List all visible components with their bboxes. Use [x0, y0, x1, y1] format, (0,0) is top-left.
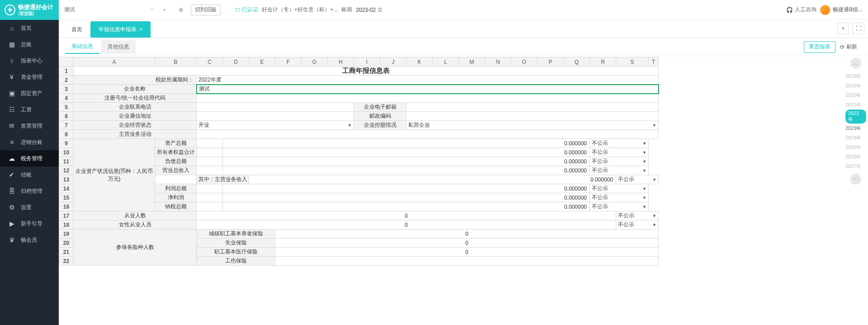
col-M[interactable]: M [459, 57, 485, 67]
row-13[interactable]: 13 [59, 175, 74, 184]
year-2018年[interactable]: 2018年 [845, 72, 866, 81]
row-9[interactable]: 9 [59, 139, 74, 148]
user-menu[interactable]: 畅捷通B组... [820, 5, 863, 15]
year-up-button[interactable]: ︿ [850, 58, 861, 69]
col-O[interactable]: O [511, 57, 538, 67]
year-2027年[interactable]: 2027年 [845, 162, 866, 171]
col-D[interactable]: D [223, 57, 249, 67]
row-5[interactable]: 5 [59, 103, 74, 112]
row-10[interactable]: 10 [59, 148, 74, 157]
select-all-cell[interactable] [59, 57, 74, 67]
col-I[interactable]: I [354, 57, 380, 67]
fullscreen-button[interactable]: ⛶ [853, 23, 864, 34]
col-R[interactable]: R [590, 57, 616, 67]
refresh-button[interactable]: ⟳刷新 [835, 41, 862, 53]
year-2021年[interactable]: 2021年 [845, 100, 866, 110]
row-4[interactable]: 4 [59, 94, 74, 103]
tab-home[interactable]: 首页 [63, 21, 90, 38]
year-2025年[interactable]: 2025年 [845, 143, 866, 152]
nav-畅会员[interactable]: ♛畅会员 [0, 232, 59, 248]
row-11[interactable]: 11 [59, 157, 74, 166]
row-12[interactable]: 12 [59, 166, 74, 175]
row-3[interactable]: 3 [59, 85, 74, 94]
switch-old-button[interactable]: 切到旧版 [191, 5, 221, 15]
row-22[interactable]: 22 [59, 257, 74, 266]
col-J[interactable]: J [380, 57, 406, 67]
cell-company-name[interactable]: 测试 [197, 85, 659, 94]
year-2023年[interactable]: 2023年 [845, 124, 866, 133]
row-14[interactable]: 14 [59, 184, 74, 193]
year-2024年[interactable]: 2024年 [845, 133, 866, 143]
dropdown-cell[interactable]: 不公示▼ [590, 185, 648, 192]
col-B[interactable]: B [155, 57, 197, 67]
dropdown-cell[interactable]: 不公示▼ [616, 212, 658, 220]
close-all-tabs-button[interactable]: × [837, 23, 849, 34]
reset-report-button[interactable]: 重置报表 [804, 41, 835, 53]
org-settings-button[interactable]: ⚙ [175, 4, 187, 16]
nav-设置[interactable]: ⚙设置 [0, 199, 59, 215]
dropdown-cell[interactable]: 不公示▼ [590, 148, 648, 156]
col-E[interactable]: E [249, 57, 275, 67]
col-S[interactable]: S [616, 57, 649, 67]
year-2019年[interactable]: 2019年 [845, 81, 866, 91]
subtab-basic[interactable]: 基础信息 [65, 40, 99, 54]
col-P[interactable]: P [538, 57, 564, 67]
support-link[interactable]: 🎧 人工咨询 [786, 6, 816, 14]
nav-发票管理[interactable]: ✉发票管理 [0, 118, 59, 134]
tab-annual-report[interactable]: 年报信息申报表 × [90, 21, 151, 38]
row-6[interactable]: 6 [59, 112, 74, 121]
nav-归档管理[interactable]: 🗄归档管理 [0, 183, 59, 199]
row-18[interactable]: 18 [59, 220, 74, 229]
year-2022年[interactable]: 2022年 [845, 110, 866, 124]
col-N[interactable]: N [485, 57, 511, 67]
nav-报表中心[interactable]: ⎀报表中心 [0, 53, 59, 69]
dropdown-cell[interactable]: 私营企业▼ [406, 121, 658, 129]
add-org-button[interactable]: ＋ [158, 4, 171, 16]
row-16[interactable]: 16 [59, 202, 74, 211]
dropdown-cell[interactable]: 不公示▼ [590, 167, 648, 174]
dropdown-cell[interactable]: 开业▼ [197, 121, 354, 129]
dropdown-cell[interactable]: 不公示▼ [616, 221, 658, 229]
row-20[interactable]: 20 [59, 239, 74, 248]
nav-工资[interactable]: ☷工资 [0, 101, 59, 118]
col-T[interactable]: T [649, 57, 659, 67]
col-H[interactable]: H [328, 57, 354, 67]
col-Q[interactable]: Q [564, 57, 590, 67]
nav-资金管理[interactable]: ¥资金管理 [0, 69, 59, 85]
nav-进销台账[interactable]: ≡进销台账 [0, 134, 59, 150]
org-selector[interactable]: 测试 ﹀ [64, 4, 155, 16]
logo-edition: 专业版 [18, 11, 34, 16]
row-8[interactable]: 8 [59, 130, 74, 139]
dropdown-cell[interactable]: 不公示▼ [590, 194, 648, 201]
col-K[interactable]: K [406, 57, 433, 67]
year-2020年[interactable]: 2020年 [845, 91, 866, 100]
nav-总账[interactable]: ▦总账 [0, 36, 59, 53]
col-G[interactable]: G [302, 57, 328, 67]
row-19[interactable]: 19 [59, 229, 74, 239]
row-7[interactable]: 7 [59, 121, 74, 130]
col-L[interactable]: L [433, 57, 459, 67]
col-C[interactable]: C [197, 57, 223, 67]
close-icon[interactable]: × [139, 26, 142, 33]
row-2[interactable]: 2 [59, 76, 74, 85]
dropdown-cell[interactable]: 不公示▼ [590, 158, 648, 165]
subtab-other[interactable]: 其他信息 [101, 40, 136, 54]
nav-税务管理[interactable]: ☁税务管理 [0, 150, 59, 167]
col-F[interactable]: F [275, 57, 302, 67]
row-1[interactable]: 1 [59, 67, 74, 76]
period-selector[interactable]: 2023-02 🗓 [356, 7, 383, 13]
spreadsheet[interactable]: ABCDEFGHIJKLMNOPQRST1工商年报信息表2税款所属期间：2022… [59, 56, 868, 325]
nav-首页[interactable]: ⌂首页 [0, 20, 59, 36]
nav-新手引导[interactable]: ▶新手引导 [0, 215, 59, 232]
dropdown-cell[interactable]: 不公示▼ [590, 139, 648, 147]
year-down-button[interactable]: ﹀ [850, 174, 861, 185]
nav-固定资产[interactable]: ▣固定资产 [0, 85, 59, 101]
row-21[interactable]: 21 [59, 248, 74, 257]
col-A[interactable]: A [74, 57, 155, 67]
row-17[interactable]: 17 [59, 211, 74, 220]
row-15[interactable]: 15 [59, 193, 74, 202]
dropdown-cell[interactable]: 不公示▼ [616, 176, 658, 183]
nav-结账[interactable]: ✔结账 [0, 167, 59, 183]
year-2026年[interactable]: 2026年 [845, 152, 866, 162]
dropdown-cell[interactable]: 不公示▼ [590, 203, 648, 210]
